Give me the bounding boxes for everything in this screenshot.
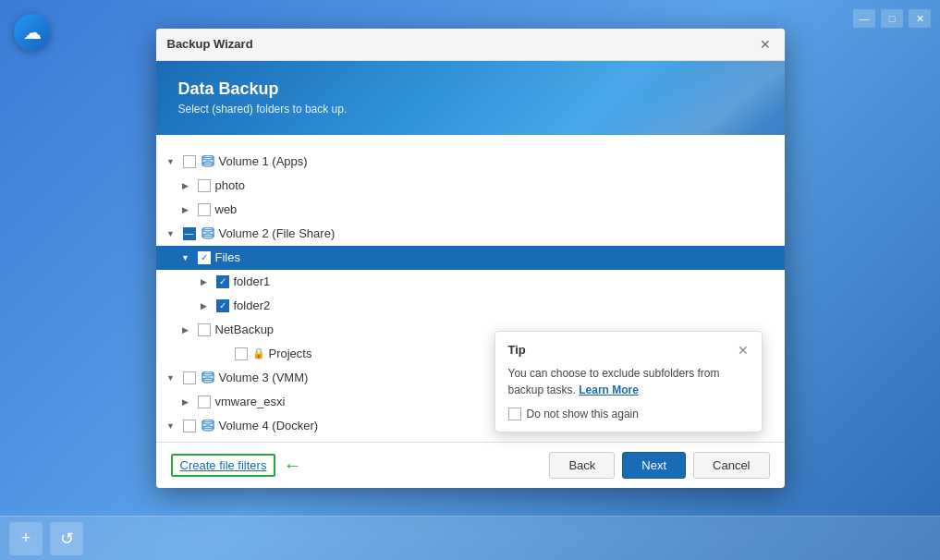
expander-projects [215, 347, 230, 361]
db-icon-volume2 [201, 227, 215, 240]
db-icon-volume1 [201, 155, 215, 168]
checkbox-volume1[interactable] [183, 155, 196, 168]
dialog-footer: Create file filters ← Back Next Cancel [156, 442, 785, 488]
header-subtitle: Select (shared) folders to back up. [178, 103, 763, 116]
checkbox-folder2[interactable]: ✓ [216, 299, 229, 312]
modal-overlay: Backup Wizard ✕ Data Backup Select (shar… [0, 0, 940, 516]
tip-checkbox-row: Do not show this again [508, 408, 749, 420]
tree-item-web[interactable]: web [156, 198, 785, 222]
footer-right: Back Next Cancel [549, 452, 769, 479]
tip-text: You can choose to exclude subfolders fro… [508, 365, 749, 398]
desktop: ☁ — □ ✕ Backup Wizard ✕ Data Backup Sele… [0, 0, 940, 560]
label-files: Files [215, 250, 240, 264]
dialog-title: Backup Wizard [167, 37, 253, 51]
label-photo: photo [215, 178, 246, 192]
dialog-titlebar: Backup Wizard ✕ [156, 29, 785, 61]
label-vmware: vmware_esxi [215, 395, 286, 408]
next-button[interactable]: Next [622, 452, 686, 479]
label-folder1: folder1 [234, 274, 271, 288]
label-web: web [215, 202, 238, 216]
expander-volume2[interactable] [164, 226, 178, 241]
tip-header: Tip ✕ [508, 343, 749, 358]
label-volume1: Volume 1 (Apps) [219, 154, 308, 168]
footer-left: Create file filters ← [171, 454, 302, 477]
expander-files[interactable] [178, 250, 193, 265]
tip-do-not-show-label: Do not show this again [527, 408, 639, 420]
checkbox-files[interactable]: ✓ [198, 251, 211, 264]
expander-volume1[interactable] [164, 154, 178, 169]
tree-item-files[interactable]: ✓ Files [156, 246, 785, 270]
taskbar-add-button[interactable]: + [9, 522, 43, 555]
dialog-body: Volume 1 (Apps) photo web [156, 135, 785, 488]
expander-volume4[interactable] [164, 419, 178, 433]
dialog-header: Data Backup Select (shared) folders to b… [156, 61, 785, 135]
lock-icon-projects: 🔒 [252, 347, 265, 359]
wizard-dialog: Backup Wizard ✕ Data Backup Select (shar… [156, 29, 785, 488]
checkbox-vmware[interactable] [198, 396, 211, 408]
expander-folder2[interactable] [197, 298, 212, 313]
tip-close-button[interactable]: ✕ [738, 343, 749, 358]
expander-web[interactable] [178, 202, 193, 217]
db-icon-volume4 [201, 420, 215, 432]
back-button[interactable]: Back [549, 452, 615, 479]
db-icon-volume3 [201, 371, 215, 384]
expander-vmware[interactable] [178, 395, 193, 409]
checkbox-volume3[interactable] [183, 371, 196, 384]
checkbox-netbackup[interactable] [198, 323, 211, 336]
checkbox-web[interactable] [198, 203, 211, 216]
tree-item-volume1[interactable]: Volume 1 (Apps) [156, 150, 785, 174]
checkbox-photo[interactable] [198, 179, 211, 192]
cancel-button[interactable]: Cancel [693, 452, 769, 479]
checkbox-volume4[interactable] [183, 420, 196, 432]
label-projects: Projects [269, 347, 312, 360]
checkbox-folder1[interactable]: ✓ [216, 275, 229, 288]
tree-item-volume2[interactable]: — Volume 2 (File Share) [156, 222, 785, 246]
expander-folder1[interactable] [197, 274, 212, 289]
tree-item-folder2[interactable]: ✓ folder2 [156, 294, 785, 318]
tip-popup: Tip ✕ You can choose to exclude subfolde… [494, 331, 763, 432]
filter-arrow-icon: ← [283, 455, 301, 476]
label-netbackup: NetBackup [215, 323, 275, 336]
checkbox-volume2[interactable]: — [183, 227, 196, 240]
label-volume3: Volume 3 (VMM) [219, 371, 309, 384]
expander-photo[interactable] [178, 178, 193, 193]
label-folder2: folder2 [234, 298, 271, 312]
label-volume2: Volume 2 (File Share) [219, 226, 336, 240]
checkbox-projects[interactable] [235, 347, 248, 360]
header-title: Data Backup [178, 79, 763, 99]
expander-netbackup[interactable] [178, 323, 193, 337]
tree-item-photo[interactable]: photo [156, 174, 785, 198]
tip-do-not-show-checkbox[interactable] [508, 408, 521, 420]
tip-title: Tip [508, 343, 526, 357]
taskbar: + ↺ [0, 516, 940, 560]
create-file-filters-link[interactable]: Create file filters [171, 454, 276, 477]
tree-item-folder1[interactable]: ✓ folder1 [156, 270, 785, 294]
expander-volume3[interactable] [164, 371, 178, 385]
dialog-close-button[interactable]: ✕ [757, 36, 774, 53]
tip-learn-more-link[interactable]: Learn More [579, 383, 639, 396]
label-volume4: Volume 4 (Docker) [219, 419, 319, 432]
taskbar-history-button[interactable]: ↺ [50, 522, 83, 555]
